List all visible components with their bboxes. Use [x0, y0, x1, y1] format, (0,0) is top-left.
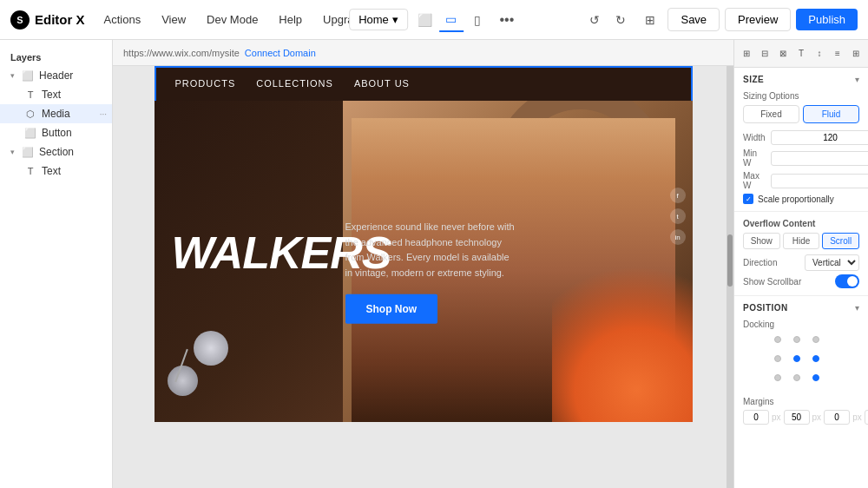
text-icon: T — [24, 89, 36, 101]
minw-input[interactable] — [771, 151, 868, 166]
overflow-buttons: Show Hide Scroll — [743, 233, 859, 249]
dock-ml[interactable] — [774, 355, 781, 362]
website-frame[interactable]: PRODUCTS COLLECTIONS ABOUT US — [155, 66, 693, 422]
sidebar-item-text1[interactable]: T Text — [0, 85, 112, 104]
text2-icon: T — [24, 165, 36, 177]
desktop-view-icon[interactable]: ⬜ — [413, 8, 437, 32]
chevron-down-icon: ▾ — [392, 13, 398, 26]
sidebar-label-media: Media — [42, 108, 70, 120]
dock-bl[interactable] — [774, 374, 781, 381]
save-button[interactable]: Save — [667, 8, 720, 31]
right-panel: ⊞ ⊟ ⊠ T ↕ ≡ ⊞ SIZE ▾ Sizing Options Fixe… — [733, 40, 868, 488]
earbuds-visual — [168, 322, 254, 409]
canvas-content: PRODUCTS COLLECTIONS ABOUT US — [113, 66, 733, 488]
text-align-icon[interactable]: T — [792, 44, 810, 63]
direction-row: Direction Vertical — [743, 254, 859, 271]
nav-about[interactable]: ABOUT US — [354, 78, 410, 89]
shop-now-button[interactable]: Shop Now — [345, 294, 438, 324]
button-icon: ⬜ — [24, 127, 36, 139]
orange-accent — [552, 261, 692, 422]
nav-help[interactable]: Help — [270, 10, 311, 30]
nav-collections[interactable]: COLLECTIONS — [256, 78, 333, 89]
margin-sep3: px — [852, 412, 862, 422]
sizing-options-label: Sizing Options — [743, 91, 859, 101]
page-selector[interactable]: Home ▾ — [349, 9, 408, 30]
connect-domain-link[interactable]: Connect Domain — [245, 48, 316, 58]
nav-actions[interactable]: Actions — [95, 10, 150, 30]
direction-select[interactable]: Vertical — [805, 254, 859, 271]
canvas-scroll-handle[interactable] — [727, 234, 733, 287]
redo-button[interactable]: ↻ — [608, 8, 633, 32]
url-text: https://www.wix.com/mysite — [123, 48, 240, 58]
fixed-button[interactable]: Fixed — [743, 105, 799, 123]
dock-mc[interactable] — [793, 355, 800, 362]
scale-row: ✓ Scale proportionally — [743, 194, 859, 204]
scrollbar-toggle[interactable] — [835, 274, 859, 288]
docking-area — [743, 336, 859, 390]
size-collapse-icon[interactable]: ▾ — [855, 75, 859, 84]
docking-grid — [774, 336, 828, 390]
layout-icon[interactable]: ⊞ — [638, 8, 662, 32]
margins-label: Margins — [743, 397, 859, 406]
dock-tl[interactable] — [774, 336, 781, 343]
dock-tc[interactable] — [793, 336, 800, 343]
publish-button[interactable]: Publish — [796, 9, 858, 30]
nav-view[interactable]: View — [153, 10, 194, 30]
minw-label: Min W — [743, 148, 767, 168]
sidebar-item-header[interactable]: ▾ ⬜ Header — [0, 66, 112, 85]
width-input[interactable] — [771, 130, 868, 145]
position-section: POSITION ▾ Docking — [734, 296, 868, 432]
width-row: Width % Height % — [743, 130, 859, 145]
preview-button[interactable]: Preview — [725, 8, 791, 31]
margins-row: px px px — [743, 410, 859, 425]
spacing-icon[interactable]: ⊞ — [847, 44, 865, 63]
item-more-icon[interactable]: ··· — [100, 109, 107, 119]
site-header: PRODUCTS COLLECTIONS ABOUT US — [155, 66, 693, 101]
scroll-button[interactable]: Scroll — [822, 233, 859, 249]
align-right-icon[interactable]: ⊠ — [774, 44, 792, 63]
maxw-input[interactable] — [771, 174, 868, 188]
tablet-view-icon[interactable]: ▭ — [439, 8, 464, 32]
margin-top-input[interactable] — [743, 410, 769, 425]
sidebar-item-text2[interactable]: T Text — [0, 162, 112, 181]
vertical-align-icon[interactable]: ↕ — [811, 44, 828, 63]
position-section-header[interactable]: POSITION ▾ — [743, 303, 859, 313]
align-left-icon[interactable]: ⊞ — [738, 44, 755, 63]
facebook-icon[interactable]: f — [670, 188, 686, 203]
size-section-header[interactable]: SIZE ▾ — [743, 75, 859, 84]
margin-bottom-input[interactable] — [824, 410, 850, 425]
distribute-icon[interactable]: ≡ — [829, 44, 846, 63]
sidebar-item-section[interactable]: ▾ ⬜ Section — [0, 142, 112, 162]
dock-bc[interactable] — [793, 374, 800, 381]
linkedin-icon[interactable]: in — [670, 229, 686, 245]
checkmark-icon: ✓ — [746, 195, 752, 203]
dock-mr[interactable] — [812, 355, 819, 362]
dock-br[interactable] — [812, 374, 819, 381]
position-title: POSITION — [743, 303, 788, 313]
margin-left-input[interactable] — [865, 410, 868, 425]
canvas-scrollbar[interactable] — [727, 66, 733, 488]
sidebar-item-button[interactable]: ⬜ Button — [0, 123, 112, 142]
sidebar-label-header: Header — [39, 69, 73, 82]
nav-products[interactable]: PRODUCTS — [175, 78, 236, 89]
align-center-icon[interactable]: ⊟ — [756, 44, 773, 63]
topbar-actions: ↺ ↻ ⊞ Save Preview Publish — [582, 8, 858, 32]
fluid-button[interactable]: Fluid — [803, 105, 859, 123]
sidebar-item-media[interactable]: ⬡ Media ··· — [0, 104, 112, 123]
size-section: SIZE ▾ Sizing Options Fixed Fluid Width … — [734, 68, 868, 212]
hide-button[interactable]: Hide — [783, 233, 820, 249]
view-icons: ⬜ ▭ ▯ — [413, 8, 490, 32]
docking-label: Docking — [743, 320, 859, 329]
position-collapse-icon[interactable]: ▾ — [855, 303, 859, 313]
earbud-left — [194, 331, 228, 366]
twitter-icon[interactable]: t — [670, 208, 686, 224]
show-button[interactable]: Show — [743, 233, 780, 249]
scale-checkbox[interactable]: ✓ — [743, 194, 753, 204]
margin-sep1: px — [772, 412, 781, 422]
nav-devmode[interactable]: Dev Mode — [198, 10, 266, 30]
dock-tr[interactable] — [812, 336, 819, 343]
margin-right-input[interactable] — [784, 410, 810, 425]
more-options-icon[interactable]: ••• — [495, 8, 519, 32]
mobile-view-icon[interactable]: ▯ — [465, 8, 490, 32]
undo-button[interactable]: ↺ — [582, 8, 607, 32]
